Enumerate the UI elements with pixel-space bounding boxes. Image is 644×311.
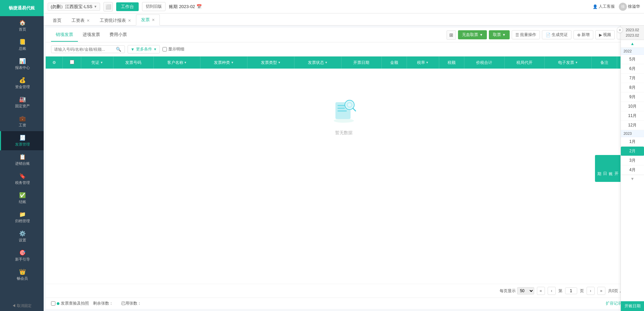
sidebar-item-tax[interactable]: 🔖 税务管理 [0, 169, 44, 189]
sidebar-item-ledger[interactable]: 📒 总账 [0, 35, 44, 54]
th-invoice-type[interactable]: 发票类型 ▼ [247, 56, 294, 69]
date-item-2023-3[interactable]: 3月 [621, 156, 644, 165]
th-remark[interactable]: 备注 [592, 56, 617, 69]
th-customer[interactable]: 客户名称 ▼ [153, 56, 200, 69]
date-item-2022-9[interactable]: 9月 [621, 92, 644, 102]
no-ticket-button[interactable]: 无血取票 ▼ [458, 30, 487, 39]
calendar-icon[interactable]: 📅 [196, 4, 202, 9]
sidebar-collapse[interactable]: ◀ 取消固定 [0, 301, 44, 311]
next-page-button[interactable]: › [587, 287, 595, 295]
date-item-2023-1[interactable]: 1月 [621, 137, 644, 147]
th-checkbox[interactable] [63, 56, 81, 69]
sub-tab-purchase[interactable]: 进项发票 [78, 28, 105, 42]
date-item-2022-7[interactable]: 7月 [621, 74, 644, 83]
date-scroll-up[interactable]: ▲ [621, 40, 644, 48]
switch-old-button[interactable]: 切到旧版 [142, 2, 166, 11]
new-button[interactable]: ⊕ 新增 [573, 30, 593, 39]
sidebar-item-invoice[interactable]: 🧾 发票管理 [0, 131, 44, 150]
open-period-button[interactable]: 开账日期 [621, 301, 644, 311]
th-date[interactable]: 开票日期 [341, 56, 381, 69]
date-item-2022-10[interactable]: 10月 [621, 102, 644, 111]
sub-tab-sales[interactable]: 销项发票 [51, 28, 78, 42]
date-item-2022-5[interactable]: 5月 [621, 55, 644, 64]
date-item-2022-8[interactable]: 8月 [621, 83, 644, 92]
sidebar-item-assets[interactable]: 🏭 固定资产 [0, 93, 44, 112]
tab-salary-report[interactable]: 工资统计报表 ✕ [95, 15, 136, 26]
sidebar-item-label: 新手引导 [15, 257, 30, 262]
user-menu[interactable]: 徐 徐溢华 [619, 3, 640, 11]
th-settings[interactable]: ⚙ [46, 56, 63, 69]
search-icon[interactable]: 🔍 [116, 47, 121, 52]
select-all-checkbox[interactable] [70, 60, 74, 64]
verify-checkbox[interactable] [51, 301, 55, 306]
tab-home[interactable]: 首页 [48, 15, 66, 26]
show-detail-input[interactable] [163, 47, 167, 51]
tab-salary-report-close[interactable]: ✕ [128, 18, 131, 23]
open-period-side-button[interactable]: 开账日期 [595, 155, 620, 182]
sub-tab-expense[interactable]: 费用小票 [105, 28, 132, 42]
workbench-button[interactable]: 工作台 [116, 2, 139, 11]
tab-invoice-close[interactable]: ✕ [152, 18, 155, 22]
sidebar-item-salary[interactable]: 💼 工资 [0, 112, 44, 131]
no-ticket-label: 无血取票 [462, 32, 478, 38]
page-input[interactable] [565, 287, 577, 294]
th-total[interactable]: 价税合计 [464, 56, 505, 69]
date-scroll-down[interactable]: ▼ [621, 175, 644, 183]
sidebar-item-settings[interactable]: ⚙️ 设置 [0, 227, 44, 246]
last-page-button[interactable]: » [597, 287, 605, 295]
first-page-button[interactable]: « [537, 287, 545, 295]
generate-button[interactable]: 📄 生成凭证 [542, 30, 571, 39]
invoice-table: ⚙ 凭证 ▼ 发票号码 [46, 56, 642, 69]
date-item-2022-12[interactable]: 12月 [621, 121, 644, 130]
date-item-2023-4[interactable]: 4月 [621, 165, 644, 175]
date-item-2022-6[interactable]: 6月 [621, 64, 644, 74]
th-tax-rate[interactable]: 税率 ▼ [407, 56, 439, 69]
copy-icon[interactable]: ⬜ [103, 2, 113, 11]
sidebar: 畅捷通易代账 🏠 首页 📒 总账 📊 报表中心 💰 资金管理 🏭 固定资产 💼 … [0, 0, 44, 311]
th-voucher[interactable]: 凭证 ▼ [81, 56, 113, 69]
date-item-2023-2[interactable]: 2月 [621, 147, 644, 156]
grid-view-icon[interactable]: ⊞ [447, 30, 456, 40]
video-button[interactable]: ▶ 视频 [595, 30, 615, 39]
topbar-right: 👤 人工客服 徐 徐溢华 [593, 3, 640, 11]
th-total-label: 价税合计 [476, 60, 492, 65]
prev-page-button[interactable]: ‹ [548, 287, 556, 295]
ticket-button[interactable]: 取票 ▼ [489, 30, 510, 39]
sidebar-item-home[interactable]: 🏠 首页 [0, 16, 44, 35]
tab-salary-close[interactable]: ✕ [87, 18, 90, 23]
topbar: (勿删）江西股宝-LSS ▼ ⬜ 工作台 切到旧版 账期 2023-02 📅 👤… [44, 0, 644, 13]
app-logo[interactable]: 畅捷通易代账 [0, 0, 44, 16]
sidebar-item-reports[interactable]: 📊 报表中心 [0, 54, 44, 74]
pagination: 每页显示 20 50 100 « ‹ 第 页 › » 共0页，0条记录 [46, 284, 642, 298]
company-selector[interactable]: (勿删）江西股宝-LSS ▼ [48, 3, 100, 11]
year-2022-label: 2022 [621, 48, 644, 55]
search-input[interactable] [54, 47, 114, 52]
th-invoice-no[interactable]: 发票号码 [113, 56, 153, 69]
th-tax-label: 税额 [448, 60, 456, 65]
th-tax-bureau[interactable]: 税局代开 [504, 56, 545, 69]
batch-button[interactable]: ☰ 批量操作 [512, 30, 540, 39]
filter-icon: ▼ [100, 61, 103, 64]
date-panel-close[interactable]: ✕ [617, 27, 623, 33]
th-type[interactable]: 发票种类 ▼ [200, 56, 247, 69]
verify-checkbox-wrap[interactable]: 发票查验及拍照 [51, 301, 89, 306]
show-detail-checkbox[interactable]: 显示明细 [163, 46, 184, 52]
tab-invoice[interactable]: 发票 ✕ [136, 14, 160, 26]
sidebar-item-close[interactable]: ✅ 结账 [0, 189, 44, 208]
tab-salary[interactable]: 工资表 ✕ [66, 15, 95, 26]
upgrade-link[interactable]: 扩容记录 [606, 301, 622, 306]
date-item-2022-11[interactable]: 11月 [621, 111, 644, 121]
th-status[interactable]: 发票状态 ▼ [294, 56, 341, 69]
sidebar-item-trade[interactable]: 📋 进销台账 [0, 150, 44, 169]
sidebar-item-member[interactable]: 👑 畅会员 [0, 265, 44, 284]
filter-button[interactable]: ▼ 更多条件 ▼ [128, 45, 160, 53]
th-tax[interactable]: 税额 [439, 56, 464, 69]
sidebar-item-archive[interactable]: 📁 归档管理 [0, 208, 44, 227]
guide-icon: 🎯 [19, 249, 26, 256]
per-page-select[interactable]: 20 50 100 [517, 287, 534, 295]
th-amount[interactable]: 金额 [381, 56, 407, 69]
th-electronic[interactable]: 电子发票 ▼ [545, 56, 592, 69]
sidebar-item-funds[interactable]: 💰 资金管理 [0, 74, 44, 93]
sidebar-item-guide[interactable]: 🎯 新手引导 [0, 246, 44, 265]
support-button[interactable]: 👤 人工客服 [593, 4, 615, 9]
